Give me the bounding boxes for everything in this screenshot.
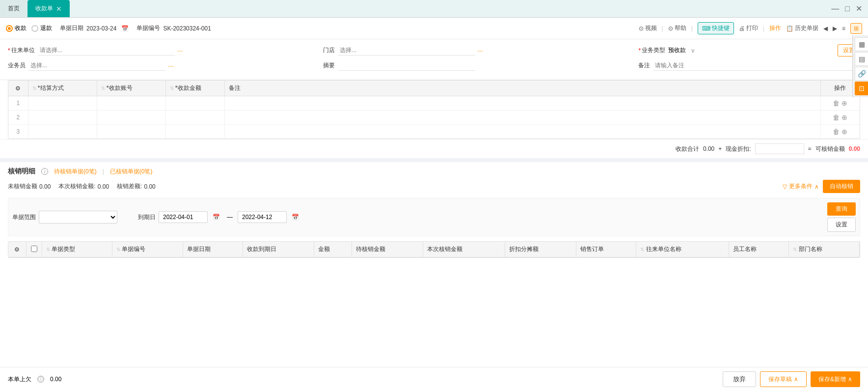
nav-next[interactable]: ▶: [833, 25, 837, 32]
row3-account[interactable]: [97, 125, 165, 139]
copy-icon-2[interactable]: ⊕: [841, 113, 847, 121]
tab-home[interactable]: 首页: [0, 0, 27, 17]
unreconciled-label: 未核销金额: [8, 182, 37, 191]
window-controls: — □ ✕: [831, 4, 868, 13]
reconcile-info-icon[interactable]: i: [41, 168, 48, 175]
nav-prev[interactable]: ◀: [823, 25, 828, 32]
row1-settlement[interactable]: [28, 96, 97, 111]
date-icon[interactable]: 📅: [121, 25, 129, 32]
radio-refund-dot: [31, 25, 38, 32]
sidebar-icon-table[interactable]: ▦: [855, 37, 868, 51]
bt-col-current: 本次核销金额: [423, 242, 505, 257]
date-from-input[interactable]: [159, 211, 208, 223]
sidebar-icon-expand[interactable]: ⊡: [855, 82, 868, 95]
row1-remark[interactable]: [224, 96, 820, 111]
net-value: 0.00: [849, 145, 860, 152]
save-new-label: 保存&新增: [818, 375, 846, 384]
tab-receipt[interactable]: 收款单 ✕: [27, 0, 70, 17]
sidebar-icon-link[interactable]: 🔗: [855, 67, 868, 81]
done-tab-link[interactable]: 已核销单据(0笔): [110, 168, 153, 176]
footer-info-icon[interactable]: ⓘ: [37, 376, 44, 383]
operation-btn[interactable]: 操作: [769, 24, 781, 32]
layout-icon[interactable]: ≡: [842, 25, 845, 32]
print-btn[interactable]: 🖨 打印: [739, 24, 758, 32]
radio-refund[interactable]: 退款: [31, 24, 52, 32]
sort-icon2: ⇅: [101, 85, 105, 91]
history-label: 历史单据: [795, 24, 818, 32]
row3-settlement[interactable]: [28, 125, 97, 139]
current-stat: 本次核销金额: 0.00: [58, 182, 109, 191]
store-label: 门店: [323, 46, 335, 55]
save-draft-btn[interactable]: 保存草稿 ∧: [760, 371, 807, 387]
save-new-btn[interactable]: 保存&新增 ∧: [811, 371, 860, 387]
row3-remark[interactable]: [224, 125, 820, 139]
history-btn[interactable]: 📋 历史单据: [786, 24, 818, 32]
save-new-arrow: ∧: [848, 376, 852, 383]
summary-input[interactable]: [338, 60, 475, 71]
video-btn[interactable]: ⊙ 视频: [639, 24, 657, 32]
staff-label: 业务员: [8, 61, 26, 70]
range-label: 单据范围: [12, 213, 36, 222]
sidebar-icon-list[interactable]: ▤: [855, 52, 868, 66]
maximize-icon[interactable]: □: [845, 4, 850, 13]
row2-settlement[interactable]: [28, 111, 97, 125]
pending-tab-link[interactable]: 待核销单据(0笔): [54, 168, 97, 176]
row2-remark[interactable]: [224, 111, 820, 125]
query-btn[interactable]: 查询: [827, 202, 856, 216]
bottom-table-wrap: ⚙ ⇅ 单据类型 ⇅ 单据编号 单据日期: [8, 241, 860, 258]
filter-settings-btn[interactable]: 设置: [827, 218, 856, 232]
minimize-icon[interactable]: —: [831, 4, 839, 13]
row2-account[interactable]: [97, 111, 165, 125]
copy-icon-3[interactable]: ⊕: [841, 128, 847, 136]
auto-reconcile-btn[interactable]: 自动核销: [823, 180, 860, 193]
form-area: * 往来单位 ··· 门店 ··· * 业务类型 预收款 ∨ 设置 业务员: [0, 39, 868, 80]
total-value: 0.00: [703, 145, 714, 152]
row1-account[interactable]: [97, 96, 165, 111]
video-label: 视频: [645, 24, 657, 32]
delete-icon-2[interactable]: 🗑: [833, 113, 840, 121]
equals-sign: =: [808, 145, 812, 152]
row2-amount[interactable]: [165, 111, 224, 125]
row1-actions: 🗑 ⊕: [820, 96, 860, 111]
remark-label: 备注: [638, 61, 650, 70]
due-date-field: 到期日 📅 — 📅: [138, 211, 301, 223]
business-type-arrow[interactable]: ∨: [691, 47, 695, 54]
bottom-table: ⚙ ⇅ 单据类型 ⇅ 单据编号 单据日期: [8, 242, 860, 257]
col-settings[interactable]: ⚙: [8, 81, 28, 96]
copy-icon-1[interactable]: ⊕: [841, 99, 847, 107]
calendar-from-icon[interactable]: 📅: [213, 214, 220, 221]
range-select[interactable]: [39, 211, 117, 223]
remark-field: 备注: [638, 60, 860, 71]
store-more-btn[interactable]: ···: [475, 47, 485, 55]
bt-col-due-date: 收款到期日: [243, 242, 314, 257]
staff-more-btn[interactable]: ···: [166, 62, 176, 70]
delete-icon-3[interactable]: 🗑: [833, 128, 840, 136]
stats-right: ▽ 更多条件 ∧ 自动核销: [783, 180, 860, 193]
abandon-btn[interactable]: 放弃: [723, 371, 756, 387]
shortcut-btn[interactable]: ⌨ 快捷键: [698, 22, 734, 34]
close-icon[interactable]: ✕: [856, 4, 862, 13]
radio-refund-label: 退款: [40, 24, 52, 32]
date-to-input[interactable]: [238, 211, 287, 223]
tab-close-icon[interactable]: ✕: [56, 5, 62, 13]
row3-amount[interactable]: [165, 125, 224, 139]
right-sidebar: ▦ ▤ 🔗 ⊡: [852, 35, 868, 97]
remark-input[interactable]: [653, 60, 860, 71]
calendar-to-icon[interactable]: 📅: [292, 214, 299, 221]
more-conditions-btn[interactable]: ▽ 更多条件 ∧: [783, 182, 819, 191]
help-btn[interactable]: ⊙ 帮助: [668, 24, 686, 32]
col-remark: 备注: [224, 81, 820, 96]
radio-receipt[interactable]: 收款: [6, 24, 27, 32]
bt-col-settings[interactable]: ⚙: [8, 242, 26, 257]
row1-amount[interactable]: [165, 96, 224, 111]
select-all-checkbox[interactable]: [31, 246, 37, 252]
delete-icon-1[interactable]: 🗑: [833, 99, 840, 107]
staff-input[interactable]: [28, 60, 166, 71]
partner-input[interactable]: [38, 45, 175, 56]
store-input[interactable]: [338, 45, 475, 56]
discount-input[interactable]: [755, 143, 804, 154]
table-area: ⚙ ⇅ *结算方式 ⇅ *收款账号 ⇅ *收款金额: [0, 80, 868, 139]
bt-col-checkbox[interactable]: [26, 242, 42, 257]
grid-icon[interactable]: ⊞: [850, 23, 862, 34]
partner-more-btn[interactable]: ···: [175, 47, 185, 55]
